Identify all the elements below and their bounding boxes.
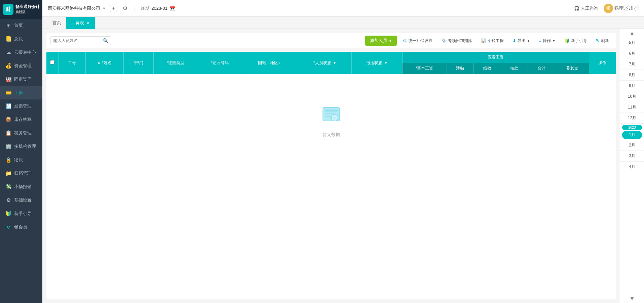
company-name: 西安虾米网络科技有限公司	[48, 5, 100, 11]
personal-tax-button[interactable]: 📊 个税申报	[478, 37, 506, 45]
special-deduction-label: 专项附加扣除	[448, 38, 472, 44]
sidebar-item-guide[interactable]: 🔰 新手引导	[0, 207, 42, 220]
logo-sub: 旗舰版	[15, 10, 40, 14]
sidebar-item-fixed-assets[interactable]: 🏭 固定资产	[0, 73, 42, 86]
salary-table-content: 🔍 添加人员 ▼ ⚙ 统一社保设置 📎 专项附加扣除	[42, 29, 620, 303]
operations-label: 操作	[543, 38, 551, 44]
calendar-icon[interactable]: 📅	[169, 6, 175, 11]
month-item-9[interactable]: 9月	[620, 81, 644, 91]
special-deduction-button[interactable]: 📎 专项附加扣除	[439, 37, 475, 45]
tax-report-icon: 📊	[481, 38, 486, 43]
empty-state: :( 暂无数据	[46, 74, 616, 165]
month-item-6[interactable]: 6月	[620, 48, 644, 59]
avatar: 畅	[604, 4, 613, 13]
sidebar-item-fund[interactable]: 💰 资金管理	[0, 59, 42, 73]
sidebar-item-label: 新手引导	[14, 211, 32, 217]
sidebar-item-expense[interactable]: 💸 小畅报销	[0, 180, 42, 193]
th-pension: 养老金	[555, 63, 589, 74]
sidebar-item-label: 归档管理	[14, 170, 32, 176]
sidebar-item-invoice[interactable]: 🧾 发票管理	[0, 99, 42, 113]
search-wrap: 🔍	[50, 36, 111, 45]
member-icon: V	[5, 224, 11, 230]
sidebar: 财 畅应通好会计 旗舰版 ⊞ 首页 📒 总账 ☁ 云报表中心 💰 资金管理 🏭 …	[0, 0, 42, 303]
month-nav-up[interactable]: ▲	[620, 29, 644, 38]
th-report-status[interactable]: 报送状态 ▼	[351, 52, 402, 74]
month-item-7[interactable]: 7月	[620, 59, 644, 70]
month-picker-scroll: 5月 6月 7月 8月 9月 10月 11月 12月 2023 1月 2月 3月…	[620, 38, 644, 294]
th-name: ⇅ *姓名	[86, 52, 124, 74]
add-person-button[interactable]: 添加人员 ▼	[365, 36, 397, 46]
month-nav-down[interactable]: ▼	[620, 294, 644, 303]
window-controls: ✕ ⤢	[624, 5, 639, 11]
headset-icon: 🎧	[574, 6, 579, 11]
maximize-window-button[interactable]: ⤢	[633, 5, 639, 11]
close-window-button[interactable]: ✕	[624, 5, 630, 11]
company-settings-button[interactable]: ⚙	[121, 5, 129, 12]
th-id-type: *证照类型	[153, 52, 198, 74]
salary-icon: 💳	[5, 90, 11, 96]
th-base-salary: *基本工资	[402, 63, 447, 74]
month-item-8[interactable]: 8月	[620, 70, 644, 81]
refresh-button[interactable]: ↻ 刷新	[593, 37, 612, 45]
th-dept: *部门	[123, 52, 153, 74]
sidebar-item-ledger[interactable]: 📒 总账	[0, 32, 42, 46]
month-item-11[interactable]: 11月	[620, 102, 644, 113]
archive-icon: 📁	[5, 170, 11, 176]
empty-text: 暂无数据	[323, 132, 340, 138]
company-arrow-icon: ▼	[102, 6, 106, 10]
deduction-icon: 📎	[441, 38, 447, 43]
th-status[interactable]: *人员状态 ▼	[298, 52, 351, 74]
operations-button[interactable]: ≡ 操作 ▼	[536, 37, 559, 45]
month-item-3[interactable]: 3月	[620, 151, 644, 162]
month-item-2[interactable]: 2月	[620, 140, 644, 151]
sidebar-item-inventory[interactable]: 📦 库存核算	[0, 113, 42, 126]
th-id-no: *证照号码	[198, 52, 242, 74]
cloud-icon: ☁	[5, 49, 11, 55]
month-item-1-active[interactable]: 1月	[622, 131, 642, 139]
topbar-divider: |	[134, 6, 135, 11]
tab-home[interactable]: 首页	[48, 17, 66, 29]
th-salary-group: 应发工资	[402, 52, 589, 63]
app-logo: 财 畅应通好会计 旗舰版	[0, 0, 42, 19]
th-operation: 操作	[589, 52, 616, 74]
company-selector[interactable]: 西安虾米网络科技有限公司 ▼	[48, 5, 106, 11]
home-icon: ⊞	[5, 23, 11, 29]
sidebar-item-home[interactable]: ⊞ 首页	[0, 19, 42, 32]
sidebar-item-label: 首页	[14, 23, 23, 29]
ai-consult-button[interactable]: 🎧 人工咨询	[574, 5, 598, 11]
th-emp-no: 工号	[59, 52, 86, 74]
th-allowance: 津贴	[447, 63, 474, 74]
personal-tax-label: 个税申报	[488, 38, 504, 44]
tab-salary[interactable]: 工资表 ✕	[66, 17, 95, 29]
month-item-5[interactable]: 5月	[620, 38, 644, 48]
add-company-button[interactable]: +	[110, 5, 117, 12]
logo-icon: 财	[3, 4, 13, 15]
sidebar-item-cloud-report[interactable]: ☁ 云报表中心	[0, 46, 42, 59]
new-guide-button[interactable]: 🔰 新手引导	[562, 37, 590, 45]
sidebar-item-archive[interactable]: 📁 归档管理	[0, 167, 42, 180]
sidebar-item-close-account[interactable]: 🔒 结账	[0, 153, 42, 167]
social-security-button[interactable]: ⚙ 统一社保设置	[400, 37, 435, 45]
content-area: 🔍 添加人员 ▼ ⚙ 统一社保设置 📎 专项附加扣除	[42, 29, 644, 303]
select-all-checkbox[interactable]	[50, 60, 54, 64]
th-checkbox[interactable]	[46, 52, 59, 74]
sidebar-item-member[interactable]: V 畅会员	[0, 220, 42, 234]
sidebar-item-settings[interactable]: ⚙ 基础设置	[0, 193, 42, 207]
close-acct-icon: 🔒	[5, 157, 11, 163]
tab-close-icon[interactable]: ✕	[86, 20, 90, 26]
month-item-10[interactable]: 10月	[620, 91, 644, 102]
sidebar-item-label: 工资	[14, 90, 23, 96]
sidebar-item-salary[interactable]: 💳 工资	[0, 86, 42, 99]
sidebar-item-tax[interactable]: 📋 税务管理	[0, 126, 42, 140]
export-label: 导出	[518, 38, 526, 44]
month-item-4[interactable]: 4月	[620, 162, 644, 172]
refresh-icon: ↻	[596, 38, 600, 43]
sidebar-item-multi-org[interactable]: 🏢 多机构管理	[0, 140, 42, 153]
export-button[interactable]: ⬇ 导出 ▼	[510, 37, 533, 45]
export-icon: ⬇	[513, 38, 516, 43]
tax-icon: 📋	[5, 130, 11, 136]
month-item-12[interactable]: 12月	[620, 113, 644, 124]
search-input[interactable]	[53, 38, 101, 43]
tab-home-label: 首页	[52, 20, 61, 26]
salary-table: 工号 ⇅ *姓名 *部门 *证照类型	[46, 52, 616, 165]
